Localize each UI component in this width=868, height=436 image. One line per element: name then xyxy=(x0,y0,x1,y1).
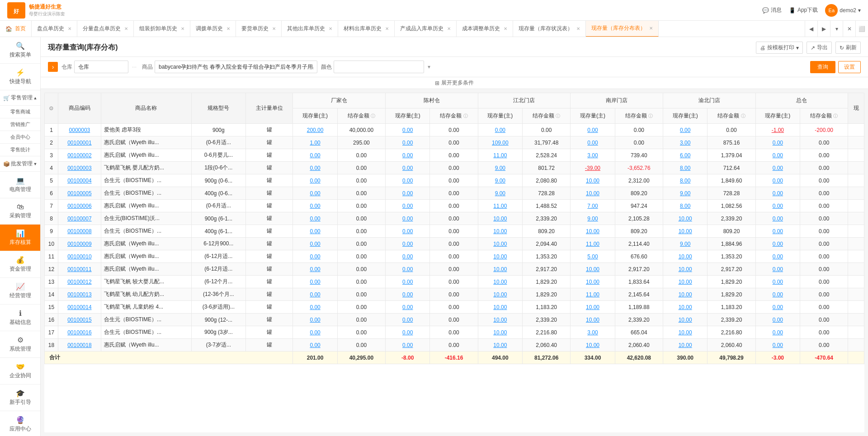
sidebar-item-purchase[interactable]: 🛍 采购管理 xyxy=(0,198,40,225)
tab-assembly-history[interactable]: 组装折卸单历史 ✕ xyxy=(134,21,190,37)
sidebar-item-nav[interactable]: ⚡ 快捷导航 xyxy=(0,64,40,90)
row-code[interactable]: 00100002 xyxy=(58,149,101,162)
row-z-qty[interactable]: 0.00 xyxy=(755,136,800,149)
user-area[interactable]: Ea demo2 ▾ xyxy=(825,4,861,17)
row-z-qty[interactable]: 0.00 xyxy=(755,200,800,212)
row-n-qty[interactable]: 11.00 xyxy=(571,288,615,301)
sidebar-item-retail-stats[interactable]: 零售统计 xyxy=(0,144,40,156)
row-c-qty[interactable]: 0.00 xyxy=(385,149,430,162)
row-y-qty[interactable]: 9.00 xyxy=(663,238,708,250)
tab-close-icon[interactable]: ✕ xyxy=(385,26,389,31)
tab-close-icon[interactable]: ✕ xyxy=(124,26,128,31)
row-f-qty[interactable]: 0.00 xyxy=(293,200,338,212)
sidebar-item-collaboration[interactable]: 🤝 企业协同 xyxy=(0,358,40,384)
tab-close-icon[interactable]: ✕ xyxy=(649,26,653,31)
row-z-qty[interactable]: 0.00 xyxy=(755,225,800,238)
row-z-qty[interactable]: 0.00 xyxy=(755,174,800,187)
tab-stock-distribution[interactable]: 现存量（库存分布表） ✕ xyxy=(586,21,659,37)
row-y-qty[interactable]: 10.00 xyxy=(663,339,708,352)
row-f-qty[interactable]: 0.00 xyxy=(293,326,338,339)
row-z-qty[interactable]: 0.00 xyxy=(755,276,800,288)
row-n-qty[interactable]: 10.00 xyxy=(571,263,615,276)
row-j-qty[interactable]: 9.00 xyxy=(478,187,523,200)
row-y-qty[interactable]: 10.00 xyxy=(663,212,708,225)
row-code[interactable]: 00100016 xyxy=(58,326,101,339)
row-j-qty[interactable]: 10.00 xyxy=(478,212,523,225)
row-c-qty[interactable]: 0.00 xyxy=(385,326,430,339)
row-z-qty[interactable]: 0.00 xyxy=(755,288,800,301)
search-btn[interactable]: 查询 xyxy=(810,61,835,73)
sidebar-item-app-center[interactable]: 🔮 应用中心 xyxy=(0,411,40,436)
goods-input[interactable] xyxy=(155,61,317,73)
row-code[interactable]: 0000003 xyxy=(58,124,101,136)
row-c-qty[interactable]: 0.00 xyxy=(385,314,430,326)
row-y-qty[interactable]: 6.00 xyxy=(663,149,708,162)
sidebar-item-guide[interactable]: 🎓 新手引导 xyxy=(0,384,40,411)
row-j-qty[interactable]: 109.00 xyxy=(478,136,523,149)
tab-close-icon[interactable]: ✕ xyxy=(272,26,276,31)
tab-close-icon[interactable]: ✕ xyxy=(68,26,71,31)
sidebar-item-basic-info[interactable]: ℹ 基础信息 xyxy=(0,305,40,331)
row-c-qty[interactable]: 0.00 xyxy=(385,250,430,263)
row-j-qty[interactable]: 10.00 xyxy=(478,250,523,263)
row-f-qty[interactable]: 0.00 xyxy=(293,212,338,225)
tab-material-outbound-history[interactable]: 材料出库单历史 ✕ xyxy=(338,21,395,37)
row-j-qty[interactable]: 10.00 xyxy=(478,238,523,250)
tab-next-btn[interactable]: ▶ xyxy=(817,21,830,37)
sidebar-item-inventory[interactable]: 📊 库存核算 xyxy=(0,225,40,251)
row-code[interactable]: 00100014 xyxy=(58,301,101,314)
row-code[interactable]: 00100013 xyxy=(58,288,101,301)
sidebar-item-search[interactable]: 🔍 搜索英单 xyxy=(0,37,40,64)
row-y-qty[interactable]: 0.00 xyxy=(663,124,708,136)
row-c-qty[interactable]: 0.00 xyxy=(385,174,430,187)
row-y-qty[interactable]: 8.00 xyxy=(663,200,708,212)
row-c-qty[interactable]: 0.00 xyxy=(385,225,430,238)
row-y-qty[interactable]: 10.00 xyxy=(663,314,708,326)
row-c-qty[interactable]: 0.00 xyxy=(385,200,430,212)
row-n-qty[interactable]: 10.00 xyxy=(571,276,615,288)
row-c-qty[interactable]: 0.00 xyxy=(385,124,430,136)
row-n-qty[interactable]: 3.00 xyxy=(571,149,615,162)
tab-close-icon[interactable]: ✕ xyxy=(181,26,184,31)
row-j-qty[interactable]: 11.00 xyxy=(478,149,523,162)
row-f-qty[interactable]: 0.00 xyxy=(293,238,338,250)
row-code[interactable]: 00100003 xyxy=(58,162,101,174)
row-n-qty[interactable]: 10.00 xyxy=(571,187,615,200)
warehouse-input[interactable] xyxy=(74,61,128,73)
tab-prev-btn[interactable]: ◀ xyxy=(805,21,817,37)
row-n-qty[interactable]: -39.00 xyxy=(571,162,615,174)
row-c-qty[interactable]: 0.00 xyxy=(385,136,430,149)
row-f-qty[interactable]: 0.00 xyxy=(293,276,338,288)
row-z-qty[interactable]: 0.00 xyxy=(755,314,800,326)
messages-btn[interactable]: 💬 消息 xyxy=(762,6,782,14)
tab-other-outbound-history[interactable]: 其他出库单历史 ✕ xyxy=(282,21,338,37)
row-code[interactable]: 00100001 xyxy=(58,136,101,149)
row-c-qty[interactable]: 0.00 xyxy=(385,276,430,288)
sidebar-item-wholesale[interactable]: 📦 批发管理 ▼ xyxy=(0,156,40,172)
color-dropdown-icon[interactable]: ▾ xyxy=(428,64,430,70)
row-c-qty[interactable]: 0.00 xyxy=(385,212,430,225)
row-code[interactable]: 00100015 xyxy=(58,314,101,326)
tab-product-inbound-history[interactable]: 产成品入库单历史 ✕ xyxy=(395,21,457,37)
row-f-qty[interactable]: 0.00 xyxy=(293,301,338,314)
tab-close-all-btn[interactable]: ✕ xyxy=(843,21,855,37)
tab-close-icon[interactable]: ✕ xyxy=(576,26,580,31)
row-f-qty[interactable]: 0.00 xyxy=(293,149,338,162)
row-code[interactable]: 00100018 xyxy=(58,339,101,352)
row-y-qty[interactable]: 10.00 xyxy=(663,288,708,301)
row-c-qty[interactable]: 0.00 xyxy=(385,187,430,200)
row-y-qty[interactable]: 8.00 xyxy=(663,162,708,174)
row-y-qty[interactable]: 10.00 xyxy=(663,250,708,263)
row-y-qty[interactable]: 10.00 xyxy=(663,225,708,238)
sidebar-item-member[interactable]: 会员中心 xyxy=(0,131,40,144)
row-j-qty[interactable]: 10.00 xyxy=(478,225,523,238)
row-f-qty[interactable]: 0.00 xyxy=(293,225,338,238)
row-c-qty[interactable]: 0.00 xyxy=(385,288,430,301)
app-download-btn[interactable]: 📱 App下载 xyxy=(789,6,818,14)
setting-btn[interactable]: 设置 xyxy=(838,61,861,73)
row-j-qty[interactable]: 10.00 xyxy=(478,276,523,288)
row-y-qty[interactable]: 8.00 xyxy=(663,174,708,187)
row-code[interactable]: 00100004 xyxy=(58,174,101,187)
sidebar-item-retail-mall[interactable]: 零售商城 xyxy=(0,106,40,118)
row-j-qty[interactable]: 10.00 xyxy=(478,326,523,339)
